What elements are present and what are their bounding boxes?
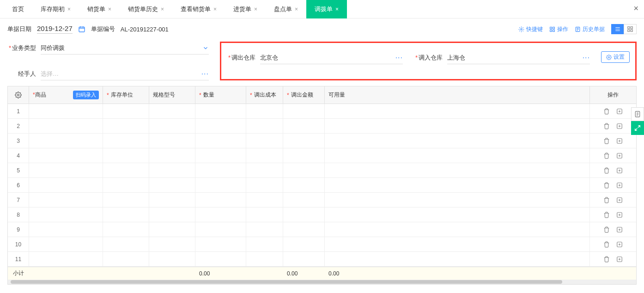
add-row-icon[interactable] [616,256,623,262]
delete-row-icon[interactable] [603,241,610,248]
table-row[interactable]: 4 [8,148,636,163]
tab-inventory-init[interactable]: 库存期初× [32,0,79,18]
view-toggle [611,24,637,34]
field-biz-type: *业务类型 同价调拨 [7,42,209,55]
out-warehouse-select[interactable]: 北京仓 ··· [260,51,403,64]
table-row[interactable]: 1 [8,104,636,119]
col-avail: 可用量 [328,91,345,99]
delete-row-icon[interactable] [603,212,610,218]
col-product: 商品 [35,92,46,98]
tab-sales-history[interactable]: 销货单历史× [120,0,172,18]
col-unit: 库存单位 [111,91,133,99]
tab-sales-order[interactable]: 销货单× [79,0,120,18]
delete-row-icon[interactable] [603,153,610,159]
table-row[interactable]: 2 [8,119,636,134]
delete-row-icon[interactable] [603,182,610,189]
history-link[interactable]: 历史单据 [575,25,605,33]
table-row[interactable]: 11 [8,252,636,267]
delete-row-icon[interactable] [603,226,610,233]
more-icon: ··· [201,70,209,78]
delete-row-icon[interactable] [603,138,610,144]
close-icon[interactable]: × [67,6,71,12]
gear-icon[interactable] [8,86,29,104]
close-icon[interactable]: × [161,6,164,12]
add-row-icon[interactable] [616,123,623,129]
table-row[interactable]: 5 [8,163,636,178]
col-spec: 规格型号 [153,91,175,99]
tab-home[interactable]: 首页 [4,0,32,18]
table-row[interactable]: 3 [8,134,636,148]
more-icon: ··· [395,54,403,62]
grid-container: *商品扫码录入 *库存单位 规格型号 *数量 *调出成本 *调出金额 可用量 操… [0,80,644,285]
handler-select[interactable]: 选择… ··· [41,67,209,80]
table-row[interactable]: 6 [8,178,636,193]
delete-row-icon[interactable] [603,256,610,262]
notes-icon[interactable] [631,107,644,121]
tab-view-sales[interactable]: 查看销货单× [172,0,225,18]
biz-type-select[interactable]: 同价调拨 [41,42,209,55]
svg-rect-8 [631,27,632,29]
close-icon[interactable]: × [335,6,339,12]
more-icon: ··· [583,54,590,62]
col-amount: 调出金额 [291,91,313,99]
svg-rect-4 [550,30,552,31]
table-footer: 小计 0.00 0.00 0.00 [8,267,636,280]
expand-icon[interactable] [631,121,644,135]
col-ops: 操作 [608,91,619,99]
row-index: 10 [8,237,29,251]
add-row-icon[interactable] [616,182,623,189]
close-icon[interactable]: × [254,6,257,12]
add-row-icon[interactable] [616,197,623,203]
add-row-icon[interactable] [616,108,623,115]
in-warehouse-select[interactable]: 上海仓 ··· [447,51,590,64]
table-row[interactable]: 9 [8,222,636,237]
footer-label: 小计 [8,267,29,280]
close-all-icon[interactable]: × [633,4,638,13]
close-icon[interactable]: × [108,6,111,12]
svg-point-1 [521,28,522,30]
svg-rect-5 [553,30,555,31]
shortcut-link[interactable]: 快捷键 [518,25,543,33]
horizontal-scrollbar[interactable] [8,280,636,284]
svg-point-12 [18,94,19,96]
settings-button[interactable]: 设置 [601,51,630,63]
field-in-warehouse: *调入仓库 上海仓 ··· [414,51,590,64]
delete-row-icon[interactable] [603,123,610,129]
add-row-icon[interactable] [616,226,623,233]
close-icon[interactable]: × [213,6,217,12]
row-index: 3 [8,134,29,148]
svg-rect-0 [79,27,85,32]
delete-row-icon[interactable] [603,197,610,203]
add-row-icon[interactable] [616,241,623,248]
svg-rect-3 [553,27,555,29]
col-cost: 调出成本 [254,91,276,99]
row-index: 9 [8,222,29,237]
tab-stocktake[interactable]: 盘点单× [266,0,306,18]
add-row-icon[interactable] [616,138,623,144]
col-qty: 数量 [203,91,214,99]
calendar-icon[interactable] [78,25,85,33]
date-value[interactable]: 2019-12-27 [37,24,73,34]
tab-purchase[interactable]: 进货单× [225,0,266,18]
row-index: 4 [8,148,29,163]
row-index: 7 [8,193,29,207]
tab-transfer[interactable]: 调拨单× [306,0,347,18]
doc-no-value: AL-20191227-001 [121,26,169,33]
view-list[interactable] [611,24,624,34]
add-row-icon[interactable] [616,153,623,159]
add-row-icon[interactable] [616,167,623,174]
close-icon[interactable]: × [295,6,298,12]
view-grid[interactable] [624,24,637,34]
footer-avail: 0.00 [325,267,590,280]
field-handler: 经手人 选择… ··· [7,67,209,80]
add-row-icon[interactable] [616,212,623,218]
delete-row-icon[interactable] [603,108,610,115]
svg-rect-7 [628,27,630,29]
table-row[interactable]: 8 [8,208,636,222]
tab-bar: 首页 库存期初× 销货单× 销货单历史× 查看销货单× 进货单× 盘点单× 调拨… [0,0,644,18]
delete-row-icon[interactable] [603,167,610,174]
table-row[interactable]: 10 [8,237,636,252]
scan-entry-button[interactable]: 扫码录入 [73,91,99,99]
table-row[interactable]: 7 [8,193,636,208]
operate-link[interactable]: 操作 [549,25,568,33]
